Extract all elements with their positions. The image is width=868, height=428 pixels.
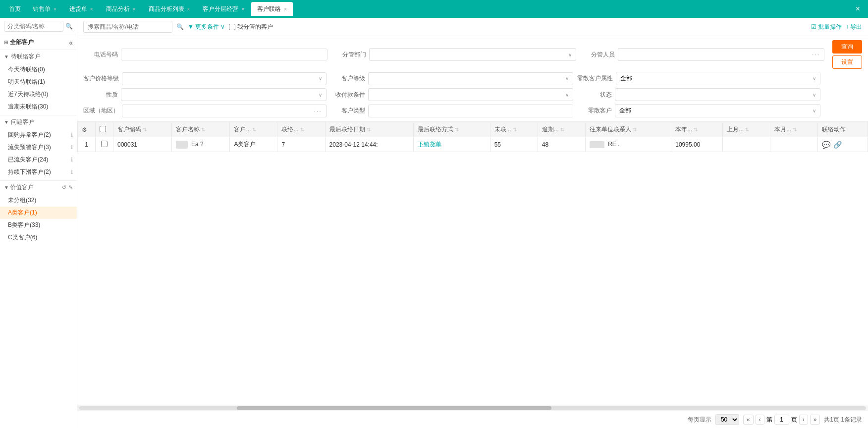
- export-button[interactable]: ↑ 导出: [846, 23, 862, 31]
- class-b-label: B类客户(33): [8, 221, 73, 229]
- price-level-select[interactable]: ∨: [122, 72, 326, 85]
- sidebar-item-churn-warning[interactable]: 流失预警客户(3) ℹ: [0, 141, 77, 154]
- sparse-select[interactable]: 全部 ∨: [615, 104, 820, 117]
- sidebar-item-today[interactable]: 今天待联络(0): [0, 63, 77, 76]
- first-page-button[interactable]: «: [743, 415, 754, 425]
- search-icon[interactable]: 🔍: [176, 23, 184, 30]
- info-icon-1: ℹ: [71, 132, 73, 138]
- status-select[interactable]: ∨: [615, 88, 820, 101]
- last-method-link[interactable]: 下销货单: [418, 141, 441, 148]
- col-last-date-header[interactable]: 最后联络日期 ⇅: [325, 122, 413, 137]
- col-contact-header[interactable]: 联络... ⇅: [277, 122, 325, 137]
- sidebar-search-icon[interactable]: 🔍: [65, 23, 73, 30]
- tab-sales-order-close[interactable]: ×: [54, 6, 56, 12]
- col-this-month-header[interactable]: 本月... ⇅: [770, 122, 818, 137]
- tab-sales-order[interactable]: 销售单 ×: [27, 2, 62, 16]
- col-overdue-header[interactable]: 逾期... ⇅: [538, 122, 585, 137]
- my-customers-checkbox-area[interactable]: 我分管的客户: [229, 23, 273, 31]
- col-checkbox-header: [96, 122, 113, 137]
- settings-button[interactable]: 设置: [832, 55, 862, 69]
- query-button[interactable]: 查询: [832, 40, 862, 54]
- select-all-checkbox[interactable]: [100, 126, 106, 132]
- col-code-label: 客户编码: [117, 125, 141, 134]
- sidebar-item-overdue[interactable]: 逾期未联络(30): [0, 101, 77, 113]
- problem-customer-title[interactable]: ▼ 问题客户: [0, 115, 77, 129]
- horizontal-scrollbar[interactable]: [77, 405, 868, 411]
- sparse-attr-select[interactable]: 全部 ∨: [616, 72, 820, 85]
- col-this-year-header[interactable]: 本年... ⇅: [671, 122, 723, 137]
- refresh-icon[interactable]: ↺: [62, 184, 66, 191]
- scrollbar-track[interactable]: [79, 406, 866, 410]
- payment-select[interactable]: ∨: [368, 88, 574, 101]
- sidebar-collapse-icon[interactable]: «: [69, 39, 73, 47]
- page-size-select[interactable]: 50: [715, 414, 739, 425]
- col-level-header[interactable]: 客户... ⇅: [230, 122, 277, 137]
- status-chevron: ∨: [813, 92, 816, 98]
- next-page-button[interactable]: ›: [799, 415, 808, 425]
- page-end-label: 页: [791, 416, 797, 424]
- customer-type-select[interactable]: [368, 105, 574, 117]
- churned-label: 已流失客户(24): [8, 156, 71, 164]
- total-info: 共1页 1条记录: [824, 416, 862, 424]
- dept-select[interactable]: ∨: [369, 48, 576, 61]
- batch-operation-button[interactable]: ☑ 批量操作: [811, 23, 842, 31]
- region-select[interactable]: ···: [122, 105, 326, 117]
- nature-select[interactable]: ∨: [121, 88, 326, 101]
- col-settings[interactable]: ⚙: [78, 122, 96, 137]
- sidebar-item-churned[interactable]: 已流失客户(24) ℹ: [0, 154, 77, 166]
- home-tab[interactable]: 首页: [4, 5, 26, 13]
- edit-icon[interactable]: ✎: [68, 184, 73, 191]
- sidebar-item-class-b[interactable]: B类客户(33): [0, 219, 77, 231]
- more-conditions-label: 更多条件: [195, 23, 219, 31]
- sidebar-item-repurchase-abnormal[interactable]: 回购异常客户(2) ℹ: [0, 129, 77, 141]
- data-table: ⚙ 客户编码 ⇅ 客户名称: [77, 122, 868, 152]
- scrollbar-thumb[interactable]: [237, 406, 551, 410]
- window-close-button[interactable]: ×: [852, 4, 864, 13]
- row-this-year-cell: 10995.00: [671, 137, 723, 152]
- tab-customer-contact-close[interactable]: ×: [284, 6, 287, 12]
- sidebar-search-input[interactable]: [4, 21, 63, 32]
- tab-purchase-order[interactable]: 进货单 ×: [63, 2, 99, 16]
- name-avatar: [176, 141, 188, 149]
- sidebar-all-customers[interactable]: ⊞ 全部客户 «: [0, 35, 77, 50]
- more-conditions-button[interactable]: ▼ 更多条件 ∨: [188, 23, 225, 31]
- row-contact2-cell: RE .: [585, 137, 671, 152]
- customer-level-select[interactable]: ∨: [368, 72, 574, 85]
- last-page-button[interactable]: »: [810, 415, 820, 425]
- row-checkbox[interactable]: [101, 141, 108, 147]
- sort-icon-uncontacted: ⇅: [513, 127, 517, 132]
- tab-product-analysis[interactable]: 商品分析 ×: [100, 2, 142, 16]
- col-contact2-header[interactable]: 往来单位联系人 ⇅: [585, 122, 671, 137]
- status-label: 状态: [577, 91, 612, 99]
- col-name-header[interactable]: 客户名称 ⇅: [171, 122, 230, 137]
- person-select[interactable]: ···: [618, 48, 824, 61]
- prev-page-button[interactable]: ‹: [756, 415, 764, 425]
- phone-input[interactable]: [121, 49, 327, 60]
- col-code-header[interactable]: 客户编码 ⇅: [113, 122, 172, 137]
- all-customers-label: 全部客户: [10, 38, 34, 47]
- tab-purchase-order-close[interactable]: ×: [90, 6, 93, 12]
- page-number-input[interactable]: [774, 415, 789, 425]
- tab-customer-segmentation[interactable]: 客户分层经营 ×: [197, 2, 250, 16]
- customer-level-chevron: ∨: [565, 76, 569, 81]
- search-input[interactable]: [83, 21, 172, 33]
- col-last-month-header[interactable]: 上月... ⇅: [723, 122, 770, 137]
- tab-product-analysis-list-close[interactable]: ×: [187, 6, 190, 12]
- col-uncontacted-header[interactable]: 未联... ⇅: [490, 122, 538, 137]
- sidebar-item-ungrouped[interactable]: 未分组(32): [0, 194, 77, 207]
- link-icon[interactable]: 🔗: [833, 141, 842, 149]
- tab-product-analysis-list[interactable]: 商品分析列表 ×: [143, 2, 196, 16]
- sidebar-item-tomorrow[interactable]: 明天待联络(1): [0, 76, 77, 88]
- sidebar-item-class-a[interactable]: A类客户(1): [0, 207, 77, 219]
- col-last-method-header[interactable]: 最后联络方式 ⇅: [413, 122, 490, 137]
- my-customers-checkbox[interactable]: [229, 24, 235, 30]
- settings-icon[interactable]: ⚙: [82, 126, 87, 133]
- pending-contact-title[interactable]: ▼ 待联络客户: [0, 50, 77, 63]
- tab-product-analysis-close[interactable]: ×: [133, 6, 136, 12]
- chat-icon[interactable]: 💬: [822, 141, 830, 149]
- sidebar-item-7days[interactable]: 近7天待联络(0): [0, 88, 77, 101]
- tab-customer-segmentation-close[interactable]: ×: [241, 6, 244, 12]
- sidebar-item-class-c[interactable]: C类客户(6): [0, 231, 77, 244]
- tab-customer-contact[interactable]: 客户联络 ×: [251, 2, 293, 16]
- sidebar-item-declining[interactable]: 持续下滑客户(2) ℹ: [0, 166, 77, 178]
